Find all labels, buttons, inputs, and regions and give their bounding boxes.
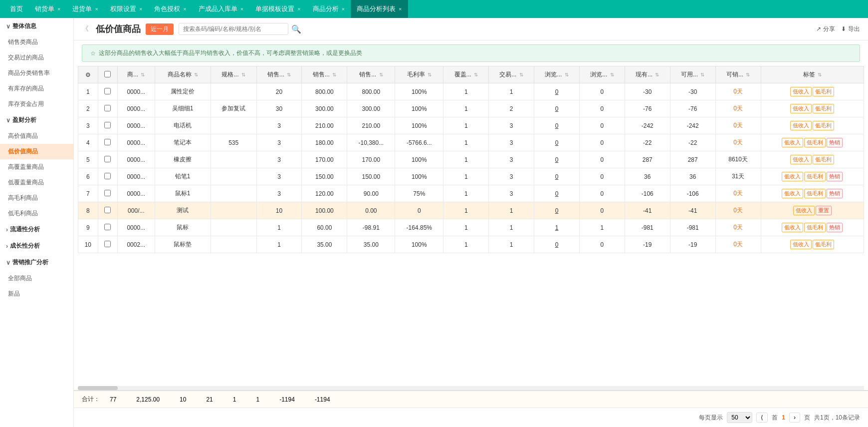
sidebar-group-overall[interactable]: ∨ 整体信息 [0, 18, 73, 34]
sidebar-item-high-value[interactable]: 高价值商品 [0, 128, 73, 144]
search-input[interactable] [179, 23, 288, 35]
nav-product-analysis[interactable]: 商品分析 × [307, 0, 351, 18]
col-trade[interactable]: 交易... ⇅ [489, 66, 534, 83]
row-checkbox[interactable] [104, 224, 111, 230]
col-checkbox[interactable] [98, 66, 117, 83]
cell-browse1[interactable]: 0 [534, 117, 580, 134]
cell-browse1[interactable]: 0 [534, 168, 580, 185]
browse-link[interactable]: 0 [555, 173, 559, 180]
row-checkbox[interactable] [104, 173, 111, 179]
browse-link[interactable]: 0 [555, 190, 559, 197]
cell-browse1[interactable]: 0 [534, 100, 580, 117]
nav-home[interactable]: 首页 [4, 0, 29, 18]
col-code[interactable]: 商... ⇅ [117, 66, 155, 83]
nav-product-inbound[interactable]: 产成品入库单 × [193, 0, 249, 18]
close-icon[interactable]: × [183, 6, 186, 12]
col-current[interactable]: 现有... ⇅ [625, 66, 670, 83]
close-icon[interactable]: × [139, 6, 142, 12]
nav-purchase[interactable]: 进货单 × [66, 0, 104, 18]
cell-checkbox[interactable] [98, 219, 117, 236]
sidebar-item-stocked-products[interactable]: 有库存的商品 [0, 81, 73, 96]
browse-link[interactable]: 0 [555, 88, 559, 95]
browse-link[interactable]: 1 [555, 224, 559, 231]
sidebar-item-high-margin[interactable]: 高毛利商品 [0, 190, 73, 206]
cell-checkbox[interactable] [98, 202, 117, 219]
row-checkbox[interactable] [104, 156, 111, 162]
filter-period-button[interactable]: 近一月 [146, 23, 174, 35]
row-checkbox[interactable] [104, 139, 111, 145]
col-sellable[interactable]: 可销... ⇅ [715, 66, 761, 83]
browse-link[interactable]: 0 [555, 139, 559, 146]
sidebar-collapse-button[interactable]: 《 [82, 24, 89, 33]
first-page-button[interactable]: ⟨ [756, 413, 768, 423]
row-checkbox[interactable] [104, 88, 111, 94]
close-icon[interactable]: × [399, 6, 402, 12]
col-sales1[interactable]: 销售... ⇅ [256, 66, 302, 83]
col-browse1[interactable]: 浏览... ⇅ [534, 66, 580, 83]
cell-browse1[interactable]: 0 [534, 236, 580, 253]
col-sales3[interactable]: 销售... ⇅ [347, 66, 395, 83]
cell-checkbox[interactable] [98, 134, 117, 151]
cell-checkbox[interactable] [98, 100, 117, 117]
sidebar-item-new-products[interactable]: 新品 [0, 286, 73, 302]
close-icon[interactable]: × [95, 6, 98, 12]
col-margin[interactable]: 毛利率 ⇅ [395, 66, 443, 83]
row-checkbox[interactable] [104, 241, 111, 247]
export-button[interactable]: ⬇ 导出 [841, 25, 860, 33]
col-sales2[interactable]: 销售... ⇅ [302, 66, 347, 83]
browse-link[interactable]: 0 [555, 207, 559, 214]
sidebar-group-profit[interactable]: ∨ 盈财分析 [0, 112, 73, 128]
close-icon[interactable]: × [342, 6, 345, 12]
cell-checkbox[interactable] [98, 151, 117, 168]
search-icon[interactable]: 🔍 [291, 24, 301, 34]
sidebar-group-circulation[interactable]: › 流通性分析 [0, 221, 73, 238]
sidebar-group-growth[interactable]: › 成长性分析 [0, 238, 73, 254]
table-container[interactable]: ⚙ 商... ⇅ 商品名称 ⇅ 规格... ⇅ 销售... ⇅ 销售... ⇅ … [74, 66, 868, 386]
nav-sales[interactable]: 销货单 × [29, 0, 66, 18]
browse-link[interactable]: 0 [555, 241, 559, 248]
cell-browse1[interactable]: 1 [534, 219, 580, 236]
cell-checkbox[interactable] [98, 83, 117, 100]
sidebar-item-low-coverage[interactable]: 低覆盖量商品 [0, 175, 73, 190]
sidebar-item-inventory-fund[interactable]: 库存资金占用 [0, 96, 73, 112]
nav-template-settings[interactable]: 单据模板设置 × [249, 0, 306, 18]
sidebar-item-sales-products[interactable]: 销售类商品 [0, 34, 73, 50]
col-tags[interactable]: 标签 ⇅ [761, 66, 864, 83]
cell-browse1[interactable]: 0 [534, 151, 580, 168]
sidebar-item-low-value[interactable]: 低价值商品 [0, 144, 73, 159]
row-checkbox[interactable] [104, 105, 111, 111]
col-name[interactable]: 商品名称 ⇅ [155, 66, 211, 83]
col-spec[interactable]: 规格... ⇅ [211, 66, 256, 83]
col-setting[interactable]: ⚙ [78, 66, 98, 83]
sidebar-item-high-coverage[interactable]: 高覆盖量商品 [0, 159, 73, 175]
close-icon[interactable]: × [57, 6, 60, 12]
nav-product-analysis-list[interactable]: 商品分析列表 × [351, 0, 408, 18]
nav-permissions[interactable]: 权限设置 × [104, 0, 148, 18]
browse-link[interactable]: 0 [555, 156, 559, 163]
cell-checkbox[interactable] [98, 117, 117, 134]
close-icon[interactable]: × [297, 6, 300, 12]
cell-browse1[interactable]: 0 [534, 83, 580, 100]
page-size-select[interactable]: 50 100 [727, 412, 752, 423]
col-available[interactable]: 可用... ⇅ [670, 66, 715, 83]
sidebar-group-marketing[interactable]: ∨ 营销推广分析 [0, 254, 73, 271]
cell-browse1[interactable]: 0 [534, 185, 580, 202]
browse-link[interactable]: 0 [555, 122, 559, 129]
sidebar-item-all-products[interactable]: 全部商品 [0, 271, 73, 286]
col-cover[interactable]: 覆盖... ⇅ [443, 66, 489, 83]
col-browse2[interactable]: 浏览... ⇅ [579, 66, 625, 83]
cell-checkbox[interactable] [98, 185, 117, 202]
row-checkbox[interactable] [104, 190, 111, 196]
browse-link[interactable]: 0 [555, 105, 559, 112]
nav-role-auth[interactable]: 角色授权 × [148, 0, 192, 18]
select-all-checkbox[interactable] [104, 71, 111, 77]
sidebar-item-category-rate[interactable]: 商品分类销售率 [0, 65, 73, 81]
row-checkbox[interactable] [104, 207, 111, 213]
share-button[interactable]: ↗ 分享 [816, 25, 835, 33]
cell-browse1[interactable]: 0 [534, 134, 580, 151]
sidebar-item-traded-products[interactable]: 交易过的商品 [0, 50, 73, 65]
cell-checkbox[interactable] [98, 168, 117, 185]
cell-browse1[interactable]: 0 [534, 202, 580, 219]
close-icon[interactable]: × [240, 6, 243, 12]
row-checkbox[interactable] [104, 122, 111, 128]
